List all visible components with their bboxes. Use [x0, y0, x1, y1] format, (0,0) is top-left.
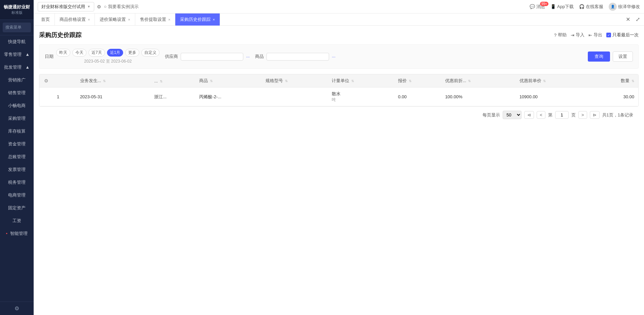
sidebar-logo: 畅捷通好业财 标准版 — [0, 0, 34, 20]
sidebar-item-label: 快捷导航 — [8, 39, 26, 45]
col-discount[interactable]: 优惠前折... ⇅ — [441, 74, 515, 88]
sidebar-item-marketing[interactable]: 营销推广 — [0, 74, 34, 86]
col-unit-label: 计量单位 — [332, 78, 349, 83]
row-discount: 100.00% — [441, 88, 515, 106]
supplier-more-btn[interactable]: ··· — [246, 54, 250, 59]
row-supplier: 浙江... — [150, 88, 195, 106]
checkbox-icon: ✓ — [606, 33, 611, 37]
sort-icon: ⇅ — [103, 79, 106, 83]
tab-purchase-strategy[interactable]: 进价策略设置 × — [95, 13, 135, 26]
per-page-select[interactable]: 50 100 200 — [503, 111, 522, 119]
app-download-button[interactable]: 📱 App下载 — [550, 4, 574, 10]
sidebar-item-ecommerce[interactable]: 电商管理 — [0, 189, 34, 202]
page-total: 共1页，1条记录 — [602, 112, 633, 118]
topbar-settings-icon[interactable]: ⚙ — [97, 4, 101, 9]
prev-page-button[interactable]: < — [537, 111, 545, 119]
tab-sale-extract[interactable]: 售价提取设置 × — [135, 13, 175, 26]
product-input[interactable] — [270, 54, 326, 59]
table-header-row: ⚙ 业务发生... ⇅ ... ⇅ — [39, 74, 638, 88]
message-icon: 💬 — [530, 4, 535, 9]
row-quantity: 30.00 — [591, 88, 638, 106]
col-before-price[interactable]: 优惠前单价 ⇅ — [515, 74, 591, 88]
online-service-button[interactable]: 🎧 在线客服 — [579, 4, 603, 10]
import-button[interactable]: ⇥ 导入 — [571, 32, 584, 38]
col-quote[interactable]: 报价 ⇅ — [394, 74, 441, 88]
sidebar-item-salary[interactable]: 工资 — [0, 214, 34, 227]
export-button[interactable]: ⇤ 导出 — [588, 32, 602, 38]
messages-button[interactable]: 💬 消息 99+ — [530, 4, 545, 10]
sidebar-search-button[interactable]: 搜索菜单 — [3, 23, 31, 32]
help-button[interactable]: ? 帮助 — [554, 32, 567, 38]
sidebar-item-label: 发票管理 — [8, 167, 26, 173]
sidebar-item-label: 智能管理 — [10, 231, 28, 237]
tabbar-expand-button[interactable]: ⤢ — [634, 15, 641, 24]
sidebar-item-wholesale[interactable]: 批发管理 ▲ — [0, 61, 34, 74]
date-filter-label: 日期 — [45, 54, 53, 60]
last-page-button[interactable]: ⊳ — [590, 111, 600, 119]
row-before-price: 10900.00 — [515, 88, 591, 106]
tabbar-close-button[interactable]: ✕ — [624, 15, 632, 24]
sidebar-item-label: 批发管理 — [4, 64, 22, 70]
sidebar-item-assets[interactable]: 固定资产 — [0, 202, 34, 214]
settings-icon[interactable]: ⚙ — [14, 306, 19, 311]
app-download-label: App下载 — [557, 4, 574, 10]
tab-close-icon[interactable]: × — [88, 18, 90, 22]
date-today-btn[interactable]: 今天 — [72, 49, 86, 57]
demo-button[interactable]: ○ 我要看实例演示 — [104, 4, 139, 10]
col-date[interactable]: 业务发生... ⇅ — [76, 74, 150, 88]
dot-icon: ● — [6, 232, 8, 235]
col-spec[interactable]: 规格型号 ⇅ — [261, 74, 328, 88]
sidebar-item-label: 工资 — [12, 218, 21, 224]
column-settings-icon[interactable]: ⚙ — [44, 78, 48, 83]
sidebar-item-finance[interactable]: 资金管理 — [0, 138, 34, 150]
col-unit[interactable]: 计量单位 ⇅ — [328, 74, 394, 88]
page-number-input[interactable] — [555, 111, 569, 119]
sort-icon: ⇅ — [468, 79, 471, 83]
product-more-btn[interactable]: ··· — [332, 54, 335, 59]
only-last-checkbox[interactable]: ✓ 只看最后一次 — [606, 32, 639, 38]
date-more-btn[interactable]: 更多 — [125, 49, 139, 57]
tab-purchase-history[interactable]: 采购历史价跟踪 × — [175, 13, 220, 26]
date-last1m-btn[interactable]: 近1月 — [107, 49, 123, 57]
date-yesterday-btn[interactable]: 昨天 — [56, 49, 70, 57]
sidebar-item-sales[interactable]: 销售管理 — [0, 86, 34, 99]
data-table: ⚙ 业务发生... ⇅ ... ⇅ — [39, 74, 638, 106]
only-last-label: 只看最后一次 — [612, 32, 639, 38]
tab-close-icon[interactable]: × — [168, 18, 170, 22]
col-more-label: ... — [154, 78, 158, 83]
date-custom-btn[interactable]: 自定义 — [141, 49, 159, 57]
online-service-label: 在线客服 — [586, 4, 603, 10]
user-menu-button[interactable]: 👤 徐泽华修改 — [609, 3, 640, 11]
tabbar: 首页 商品价格设置 × 进价策略设置 × 售价提取设置 × 采购历史价跟踪 × … — [34, 13, 644, 26]
supplier-input[interactable] — [184, 54, 240, 59]
sidebar-item-tax[interactable]: 税务管理 — [0, 176, 34, 189]
sidebar-item-quick-nav[interactable]: 快捷导航 — [0, 35, 34, 48]
next-page-button[interactable]: > — [578, 111, 587, 119]
col-more[interactable]: ... ⇅ — [150, 74, 195, 88]
version-selector[interactable]: 好业财标准版交付试用 ▼ — [38, 2, 94, 11]
messages-badge: 99+ — [540, 2, 548, 6]
tab-close-icon[interactable]: × — [128, 18, 130, 22]
query-button[interactable]: 查询 — [588, 51, 610, 62]
sidebar-item-ecommerce-small[interactable]: 小畅电商 — [0, 99, 34, 112]
col-quantity[interactable]: 数量 ⇅ — [591, 74, 638, 88]
app-logo-sub: 标准版 — [3, 10, 31, 15]
tab-price[interactable]: 商品价格设置 × — [55, 13, 95, 26]
first-page-button[interactable]: ⊲ — [524, 111, 534, 119]
sidebar-item-retail[interactable]: 零售管理 ▲ — [0, 48, 34, 61]
tab-close-icon[interactable]: × — [213, 18, 215, 22]
sidebar-item-ledger[interactable]: 总账管理 — [0, 150, 34, 163]
sidebar-item-label: 总账管理 — [8, 154, 26, 160]
app-logo-title: 畅捷通好业财 — [3, 4, 31, 10]
date-last7-btn[interactable]: 近7天 — [88, 49, 105, 57]
tab-home[interactable]: 首页 — [36, 13, 55, 26]
row-date: 2023-05-31 — [76, 88, 150, 106]
sidebar-item-invoice[interactable]: 发票管理 — [0, 163, 34, 176]
settings-button[interactable]: 设置 — [613, 51, 633, 62]
sidebar-item-purchase[interactable]: 采购管理 — [0, 112, 34, 125]
sidebar-item-inventory[interactable]: 库存核算 — [0, 125, 34, 138]
date-options-row1: 昨天 今天 近7天 近1月 更多 自定义 — [56, 49, 159, 57]
product-label: 商品 — [255, 54, 264, 60]
sidebar-item-smart[interactable]: ● 智能管理 — [0, 227, 34, 240]
col-product[interactable]: 商品 ⇅ — [195, 74, 261, 88]
